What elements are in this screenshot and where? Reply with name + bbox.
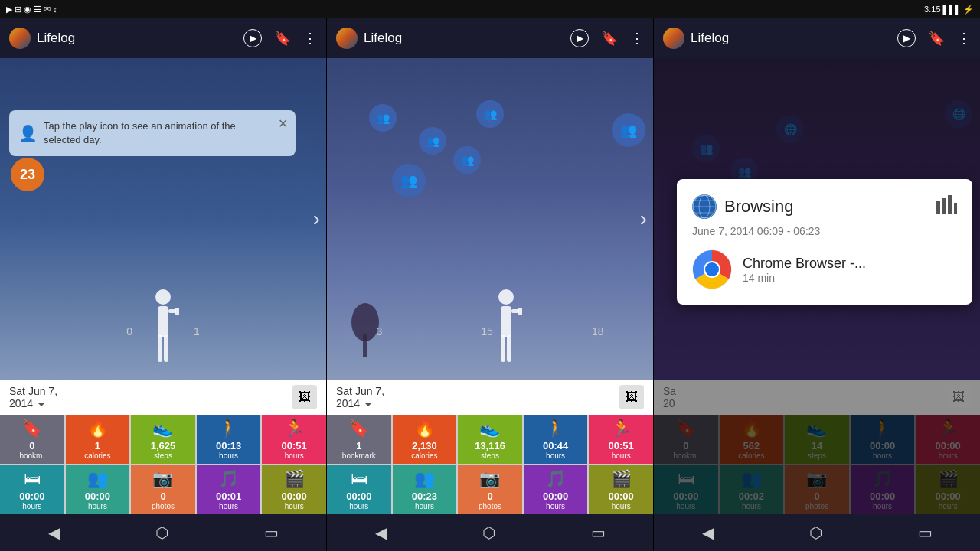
tile-photo-1[interactable]: 📷 0 photos <box>131 465 195 514</box>
bookmark-icon-1[interactable]: 🔖 <box>274 30 291 47</box>
logo-1 <box>9 28 31 49</box>
home-btn-3[interactable]: ⬡ <box>794 517 838 548</box>
back-btn-3[interactable]: ◀ <box>687 517 729 548</box>
tile-music-2[interactable]: 🎵 00:00 hours <box>524 465 588 514</box>
menu-icon-2[interactable]: ⋮ <box>630 30 644 47</box>
tile-music-1[interactable]: 🎵 00:01 hours <box>197 465 261 514</box>
tile-walk-label-1: hours <box>219 452 238 460</box>
bubble-1: 👥 <box>369 104 397 132</box>
tile-photo-label-1: photos <box>152 502 175 510</box>
browsing-chart-icon[interactable] <box>936 195 957 218</box>
tile-photo-label-2: photos <box>479 502 501 510</box>
tile-steps-1[interactable]: 👟 1,625 steps <box>131 415 195 464</box>
date-photo-icon-1[interactable]: 🖼 <box>292 385 317 409</box>
date-year-2: 2014 <box>336 397 384 409</box>
tile-calories-1[interactable]: 🔥 1 calories <box>66 415 130 464</box>
tile-run-2[interactable]: 🏃 00:51 hours <box>589 415 653 464</box>
tile-video-icon-1: 🎬 <box>284 469 305 489</box>
tile-calories-2[interactable]: 🔥 2,130 calories <box>393 415 457 464</box>
day-badge-1: 23 <box>11 158 44 191</box>
svg-rect-22 <box>948 195 952 214</box>
bubble-4: 👥 <box>453 146 481 174</box>
nav-bar-3: ◀ ⬡ ▭ <box>654 514 980 551</box>
tile-calories-icon-1: 🔥 <box>87 419 108 439</box>
tile-calories-label-1: calories <box>84 452 110 460</box>
svg-point-26 <box>705 262 719 276</box>
tile-photo-icon-1: 📷 <box>152 469 173 489</box>
play-icon-1[interactable]: ▶ <box>243 29 262 47</box>
tile-video-2[interactable]: 🎬 00:00 hours <box>589 465 653 514</box>
date-bar-2: Sat Jun 7, 2014 🖼 <box>327 380 653 415</box>
tile-steps-2[interactable]: 👟 13,116 steps <box>458 415 522 464</box>
tooltip-text: Tap the play icon to see an animation of… <box>44 119 268 147</box>
svg-point-0 <box>155 289 171 305</box>
num-1: 1 <box>194 325 200 337</box>
tile-social-icon-1: 👥 <box>87 469 108 489</box>
play-icon-3[interactable]: ▶ <box>897 29 916 47</box>
home-btn-2[interactable]: ⬡ <box>467 517 511 548</box>
tile-sleep-2[interactable]: 🛏 00:00 hours <box>327 465 391 514</box>
tile-walk-1[interactable]: 🚶 00:13 hours <box>197 415 261 464</box>
svg-rect-21 <box>942 198 946 214</box>
top-icons-3: ▶ 🔖 ⋮ <box>897 29 971 47</box>
tile-sleep-1[interactable]: 🛏 00:00 hours <box>0 465 64 514</box>
browsing-item-duration: 14 min <box>743 272 866 284</box>
browsing-globe-icon <box>692 194 717 219</box>
tile-music-icon-2: 🎵 <box>545 469 566 489</box>
chrome-icon <box>692 249 732 289</box>
bubble-3: 👥 <box>419 127 446 155</box>
browsing-item[interactable]: Chrome Browser -... 14 min <box>692 249 957 289</box>
tile-sleep-value-1: 00:00 <box>19 491 44 502</box>
tile-social-1[interactable]: 👥 00:00 hours <box>66 465 130 514</box>
home-btn-1[interactable]: ⬡ <box>140 517 184 548</box>
back-btn-1[interactable]: ◀ <box>33 517 75 548</box>
tile-run-1[interactable]: 🏃 00:51 hours <box>262 415 326 464</box>
tile-bookmark-icon-2: 🔖 <box>348 419 369 439</box>
arrow-right-1[interactable]: › <box>313 207 320 231</box>
date-year-1: 2014 <box>9 397 57 409</box>
tile-walk-icon-1: 🚶 <box>218 419 239 439</box>
tile-steps-icon-1: 👟 <box>152 419 173 439</box>
date-photo-icon-2[interactable]: 🖼 <box>619 385 644 409</box>
menu-icon-3[interactable]: ⋮ <box>957 30 971 47</box>
tile-photo-value-2: 0 <box>487 491 492 502</box>
browsing-header: Browsing <box>692 194 957 219</box>
browsing-title-row: Browsing <box>692 194 793 219</box>
recent-btn-1[interactable]: ▭ <box>249 517 294 548</box>
date-text-1: Sat Jun 7, <box>9 385 57 397</box>
tile-photo-value-1: 0 <box>160 491 165 502</box>
bookmark-icon-2[interactable]: 🔖 <box>601 30 618 47</box>
date-bar-1: Sat Jun 7, 2014 🖼 <box>0 380 326 415</box>
title-3: Lifelog <box>691 31 891 46</box>
tile-music-value-2: 00:00 <box>543 491 568 502</box>
tile-bookmark-1[interactable]: 🔖 0 bookm. <box>0 415 64 464</box>
play-icon-2[interactable]: ▶ <box>570 29 589 47</box>
recent-btn-3[interactable]: ▭ <box>903 517 948 548</box>
tile-walk-2[interactable]: 🚶 00:44 hours <box>524 415 588 464</box>
tile-run-icon-1: 🏃 <box>284 419 305 439</box>
number-row-2: 31518 <box>327 325 653 337</box>
bubble-6: 👥 <box>612 113 645 147</box>
panel-2: Lifelog ▶ 🔖 ⋮ ♥ 👥 👥 👥 👥 👥 👥 <box>327 18 654 551</box>
panels-container: Lifelog ▶ 🔖 ⋮ 👤 Tap the play icon to see… <box>0 18 980 551</box>
tile-bookmark-value-2: 1 <box>356 440 361 452</box>
tile-video-1[interactable]: 🎬 00:00 hours <box>262 465 326 514</box>
bubble-2: 👥 <box>476 100 504 128</box>
tooltip-close-icon[interactable]: ✕ <box>278 116 288 131</box>
back-btn-2[interactable]: ◀ <box>360 517 402 548</box>
ocean-2: ♥ 👥 👥 👥 👥 👥 👥 3 <box>327 58 653 380</box>
svg-rect-13 <box>507 335 511 362</box>
tile-video-value-2: 00:00 <box>609 491 634 502</box>
menu-icon-1[interactable]: ⋮ <box>303 30 317 47</box>
svg-rect-20 <box>936 201 940 214</box>
recent-btn-2[interactable]: ▭ <box>576 517 621 548</box>
bookmark-icon-3[interactable]: 🔖 <box>928 30 945 47</box>
tile-video-icon-2: 🎬 <box>611 469 632 489</box>
logo-3 <box>663 28 684 49</box>
tile-sleep-label-1: hours <box>22 502 41 510</box>
arrow-right-2[interactable]: › <box>640 207 647 231</box>
tile-bookmark-2[interactable]: 🔖 1 bookmark <box>327 415 391 464</box>
nav-bar-1: ◀ ⬡ ▭ <box>0 514 326 551</box>
tile-photo-2[interactable]: 📷 0 photos <box>458 465 522 514</box>
tile-social-2[interactable]: 👥 00:23 hours <box>393 465 457 514</box>
